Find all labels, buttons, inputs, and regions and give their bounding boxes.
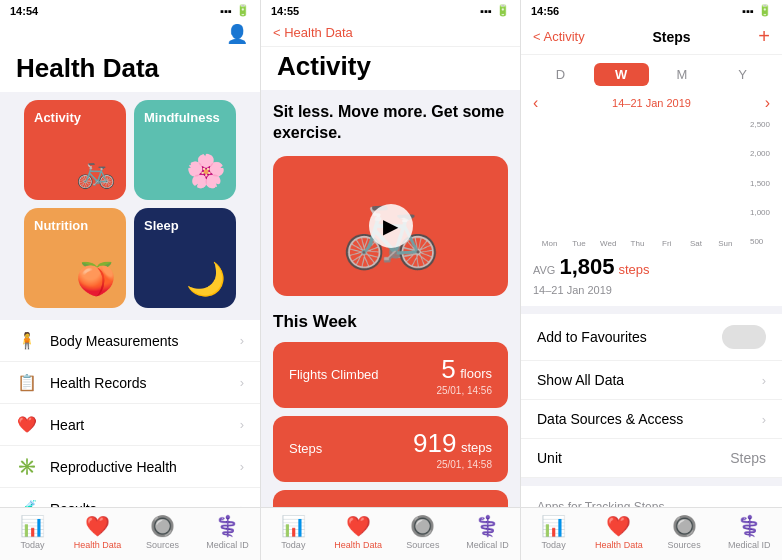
unit-value: Steps <box>730 450 766 466</box>
tab-health-data-label-2: Health Data <box>334 540 382 550</box>
tab-health-data-3[interactable]: ❤️ Health Data <box>586 514 651 550</box>
bar-thu-label: Thu <box>631 239 645 248</box>
stat-distance: Walking + Running Distance 0.73 km 25/01… <box>273 490 508 507</box>
p1-grid: Activity 🚲 Mindfulness 🌸 Nutrition 🍑 Sle… <box>12 100 248 320</box>
y-axis: 2,500 2,000 1,500 1,000 500 <box>750 118 770 248</box>
grid-item-sleep[interactable]: Sleep 🌙 <box>134 208 236 308</box>
p2-content: Sit less. Move more. Get some exercise. … <box>261 90 520 507</box>
tab-sources-label: Sources <box>146 540 179 550</box>
today-icon-2: 📊 <box>281 514 306 538</box>
show-all-label: Show All Data <box>537 372 624 388</box>
tab-month[interactable]: M <box>655 63 710 86</box>
setting-data-sources[interactable]: Data Sources & Access › <box>521 400 782 439</box>
bar-thu: Thu <box>625 237 650 248</box>
stat-steps: Steps 919 steps 25/01, 14:58 <box>273 416 508 482</box>
list-item-health-records[interactable]: 📋 Health Records › <box>0 362 260 404</box>
health-data-icon-2: ❤️ <box>346 514 371 538</box>
back-button-2[interactable]: < Health Data <box>273 25 353 40</box>
tab-health-data-1[interactable]: ❤️ Health Data <box>65 514 130 550</box>
favourites-toggle[interactable] <box>722 325 766 349</box>
bars-container: Mon Tue Wed Thu <box>537 118 766 248</box>
wifi-icon-3: ▪▪▪ <box>742 5 754 17</box>
grid-item-mindfulness[interactable]: Mindfulness 🌸 <box>134 100 236 200</box>
mindfulness-icon: 🌸 <box>144 152 226 190</box>
chevron-icon-3: › <box>240 417 244 432</box>
tab-today-1[interactable]: 📊 Today <box>0 514 65 550</box>
y-label-2000: 2,000 <box>750 149 770 158</box>
tab-medical-id-3[interactable]: ⚕️ Medical ID <box>717 514 782 550</box>
steps-label: Steps <box>289 441 322 456</box>
status-bar-3: 14:56 ▪▪▪ 🔋 <box>521 0 782 21</box>
setting-favourites: Add to Favourites <box>521 314 782 361</box>
flights-date: 25/01, 14:56 <box>436 385 492 396</box>
setting-show-all[interactable]: Show All Data › <box>521 361 782 400</box>
stat-flights-climbed: Flights Climbed 5 floors 25/01, 14:56 <box>273 342 508 408</box>
tab-week[interactable]: W <box>594 63 649 86</box>
grid-item-nutrition[interactable]: Nutrition 🍑 <box>24 208 126 308</box>
p1-list: 🧍 Body Measurements › 📋 Health Records ›… <box>0 320 260 507</box>
time-2: 14:55 <box>271 5 299 17</box>
list-item-body[interactable]: 🧍 Body Measurements › <box>0 320 260 362</box>
tab-today-3[interactable]: 📊 Today <box>521 514 586 550</box>
reproductive-label: Reproductive Health <box>50 459 240 475</box>
bar-sun-label: Sun <box>718 239 732 248</box>
sources-icon-3: 🔘 <box>672 514 697 538</box>
p3-nav-title: Steps <box>652 29 690 45</box>
avg-value: 1,805 <box>559 254 614 280</box>
p2-tagline: Sit less. Move more. Get some exercise. <box>273 102 508 144</box>
settings-section: Add to Favourites Show All Data › Data S… <box>521 314 782 478</box>
heart-label: Heart <box>50 417 240 433</box>
flights-num: 5 <box>441 354 455 384</box>
tab-medical-label: Medical ID <box>206 540 249 550</box>
add-button[interactable]: + <box>758 25 770 48</box>
next-period-button[interactable]: › <box>765 94 770 112</box>
list-item-reproductive[interactable]: ✳️ Reproductive Health › <box>0 446 260 488</box>
tab-today-2[interactable]: 📊 Today <box>261 514 326 550</box>
sources-icon: 🔘 <box>150 514 175 538</box>
tab-day[interactable]: D <box>533 63 588 86</box>
data-sources-label: Data Sources & Access <box>537 411 683 427</box>
battery-icon-3: 🔋 <box>758 4 772 17</box>
period-tabs: D W M Y <box>533 63 770 86</box>
reproductive-icon: ✳️ <box>16 457 38 476</box>
bar-fri: Fri <box>654 237 679 248</box>
status-bar-2: 14:55 ▪▪▪ 🔋 <box>261 0 520 21</box>
tab-medical-label-3: Medical ID <box>728 540 771 550</box>
setting-unit: Unit Steps <box>521 439 782 478</box>
tab-today-label-3: Today <box>542 540 566 550</box>
tab-medical-label-2: Medical ID <box>466 540 509 550</box>
tab-sources-3[interactable]: 🔘 Sources <box>652 514 717 550</box>
health-records-label: Health Records <box>50 375 240 391</box>
panel-health-data: 14:54 ▪▪▪ 🔋 👤 Health Data Activity 🚲 Min… <box>0 0 261 560</box>
panel-steps: 14:56 ▪▪▪ 🔋 < Activity Steps + D W M Y ‹… <box>521 0 782 560</box>
results-icon: 🧪 <box>16 499 38 507</box>
health-records-icon: 📋 <box>16 373 38 392</box>
list-item-results[interactable]: 🧪 Results › <box>0 488 260 507</box>
tab-sources-1[interactable]: 🔘 Sources <box>130 514 195 550</box>
p1-title: Health Data <box>16 53 159 83</box>
tab-medical-id-2[interactable]: ⚕️ Medical ID <box>455 514 520 550</box>
bar-fri-label: Fri <box>662 239 671 248</box>
tab-sources-2[interactable]: 🔘 Sources <box>391 514 456 550</box>
status-icons-3: ▪▪▪ 🔋 <box>742 4 772 17</box>
tab-year[interactable]: Y <box>715 63 770 86</box>
battery-icon: 🔋 <box>236 4 250 17</box>
tab-medical-id-1[interactable]: ⚕️ Medical ID <box>195 514 260 550</box>
tab-today-label: Today <box>20 540 44 550</box>
battery-icon-2: 🔋 <box>496 4 510 17</box>
health-data-icon: ❤️ <box>85 514 110 538</box>
favourites-label: Add to Favourites <box>537 329 647 345</box>
back-button-3[interactable]: < Activity <box>533 29 585 44</box>
tab-health-data-label: Health Data <box>74 540 122 550</box>
play-button[interactable]: ▶ <box>369 204 413 248</box>
activity-label: Activity <box>34 110 116 125</box>
activity-icon: 🚲 <box>34 152 116 190</box>
heart-icon: ❤️ <box>16 415 38 434</box>
grid-item-activity[interactable]: Activity 🚲 <box>24 100 126 200</box>
mindfulness-label: Mindfulness <box>144 110 226 125</box>
this-week-title: This Week <box>273 312 508 332</box>
chart-area: D W M Y ‹ 14–21 Jan 2019 › 2,500 2,000 1… <box>521 55 782 248</box>
tab-health-data-2[interactable]: ❤️ Health Data <box>326 514 391 550</box>
list-item-heart[interactable]: ❤️ Heart › <box>0 404 260 446</box>
prev-period-button[interactable]: ‹ <box>533 94 538 112</box>
